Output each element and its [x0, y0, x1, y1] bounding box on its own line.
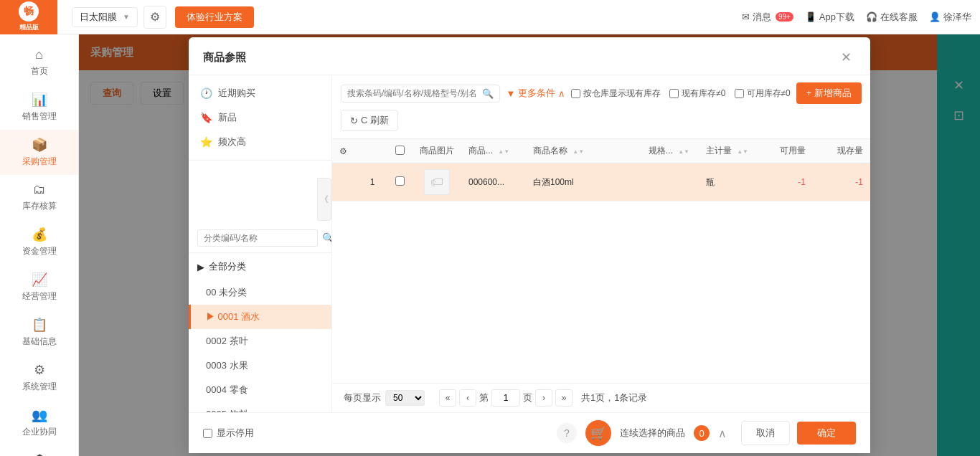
col-product-spec[interactable]: 规格... ▲▼ [641, 139, 699, 163]
col-product-name[interactable]: 商品名称 ▲▼ [526, 139, 641, 163]
quick-item-label: 近期购买 [218, 87, 255, 100]
confirm-button[interactable]: 确定 [797, 422, 856, 445]
product-table: ⚙ 商品图片 [332, 139, 870, 201]
sidebar-item-label: 采购管理 [22, 156, 57, 168]
category-active-label: ▶ 0001 酒水 [206, 311, 260, 322]
col-product-code[interactable]: 商品... ▲▼ [461, 139, 526, 163]
category-item-0001[interactable]: ▶ 0001 酒水 [189, 305, 331, 329]
sales-icon: 📊 [32, 92, 47, 108]
sidebar-item-inventory[interactable]: 🗂 库存核算 [0, 175, 78, 219]
chevron-down-icon: ▼ [123, 13, 130, 21]
company-name: 日太阳膜 [80, 11, 117, 24]
category-item-0005[interactable]: 0005 饮料 [189, 402, 331, 412]
first-page-btn[interactable]: « [439, 389, 456, 407]
col-product-img: 商品图片 [413, 139, 461, 163]
sidebar-item-purchase[interactable]: 📦 采购管理 [0, 130, 78, 175]
filter-btn[interactable]: ▼ 更多条件 ∧ [506, 87, 565, 100]
avail-filter-checkbox[interactable] [735, 89, 744, 98]
table-row[interactable]: 1 🏷 00 [332, 163, 870, 201]
sidebar-item-label: 资金管理 [22, 245, 57, 257]
all-categories-item[interactable]: ▶ 全部分类 [189, 253, 331, 280]
refresh-btn[interactable]: ↻ C 刷新 [341, 110, 398, 131]
show-disabled-checkbox[interactable] [203, 429, 212, 438]
filter-icon: ▼ [506, 88, 515, 99]
sidebar-item-system[interactable]: ⚙ 系统管理 [0, 355, 78, 400]
next-page-btn[interactable]: › [535, 389, 552, 407]
col-product-unit[interactable]: 主计量 ▲▼ [699, 139, 755, 163]
inventory-icon: 🗂 [33, 182, 46, 197]
warehouse-filter-label[interactable]: 按仓库显示现有库存 [571, 87, 661, 100]
sidebar: ⌂ 首页 📊 销售管理 📦 采购管理 🗂 库存核算 💰 资金管理 📈 经营管理 … [0, 34, 79, 456]
refresh-icon: ↻ [350, 115, 358, 126]
sort-code-icon: ▲▼ [498, 148, 509, 155]
sidebar-item-finance[interactable]: 💰 资金管理 [0, 219, 78, 265]
category-item-00[interactable]: 00 未分类 [189, 280, 331, 305]
per-page-select[interactable]: 50 100 200 [385, 390, 425, 406]
add-product-button[interactable]: + 新增商品 [796, 82, 862, 104]
category-item-0003[interactable]: 0003 水果 [189, 353, 331, 378]
last-page-btn[interactable]: » [555, 389, 573, 407]
help-icon[interactable]: ? [557, 423, 577, 443]
row-checkbox[interactable] [395, 176, 405, 186]
select-all-checkbox[interactable] [395, 146, 405, 155]
sidebar-item-operations[interactable]: 📈 经营管理 [0, 265, 78, 310]
page-label: 第 [479, 391, 489, 404]
expand-cart-btn[interactable]: ∧ [718, 427, 727, 440]
col-settings[interactable]: ⚙ [332, 139, 358, 163]
layout: ⌂ 首页 📊 销售管理 📦 采购管理 🗂 库存核算 💰 资金管理 📈 经营管理 … [0, 34, 980, 456]
quick-item-recent[interactable]: 🕐 近期购买 [189, 81, 331, 105]
user-profile[interactable]: 👤 徐泽华 [929, 11, 971, 24]
collapse-panel-btn[interactable]: 《 [317, 178, 331, 221]
category-search-icon[interactable]: 🔍 [322, 232, 332, 244]
navbar-right: ✉ 消息 99 📱 App下载 🎧 在线客服 👤 徐泽华 [742, 11, 971, 24]
cart-btn[interactable]: 🛒 [585, 420, 611, 446]
product-search-input[interactable] [347, 88, 478, 98]
company-selector[interactable]: 日太阳膜 ▼ [72, 7, 138, 27]
modal-header: 商品参照 ✕ [189, 37, 870, 75]
show-disabled-area: 显示停用 [203, 427, 254, 440]
message-btn[interactable]: ✉ 消息 99 [742, 11, 793, 24]
cancel-button[interactable]: 取消 [741, 421, 790, 445]
warehouse-filter-checkbox[interactable] [571, 89, 580, 98]
avatar: 👤 [929, 11, 941, 22]
cart-count: 0 [694, 425, 710, 441]
row-img: 🏷 [413, 163, 461, 201]
quick-item-frequent[interactable]: ⭐ 频次高 [189, 130, 331, 154]
per-page-selector: 每页显示 50 100 200 [344, 390, 425, 406]
prev-page-btn[interactable]: ‹ [459, 389, 476, 407]
row-gear [332, 163, 358, 201]
sidebar-item-corp[interactable]: 👥 企业协同 [0, 400, 78, 445]
sidebar-item-basic-info[interactable]: 📋 基础信息 [0, 310, 78, 355]
sidebar-item-label: 基础信息 [22, 336, 57, 348]
category-item-0002[interactable]: 0002 茶叶 [189, 329, 331, 353]
category-search-input[interactable] [197, 229, 318, 247]
sidebar-item-label: 销售管理 [22, 110, 57, 123]
app-download-btn[interactable]: 📱 App下载 [805, 11, 854, 24]
modal-close-button[interactable]: ✕ [836, 47, 856, 67]
info-icon: 📋 [32, 317, 47, 333]
quick-item-new[interactable]: 🔖 新品 [189, 105, 331, 130]
category-item-0004[interactable]: 0004 零食 [189, 378, 331, 402]
navbar: 畅 精品版 日太阳膜 ▼ ⚙ 体验行业方案 ✉ 消息 99 📱 App下载 🎧 … [0, 0, 980, 34]
stock-filter-checkbox[interactable] [669, 89, 679, 98]
service-btn[interactable]: 🎧 在线客服 [866, 11, 918, 24]
product-table-wrap: ⚙ 商品图片 [332, 139, 870, 383]
product-search-box[interactable]: 🔍 [341, 85, 500, 103]
page-input[interactable] [491, 389, 520, 407]
modal-body: 🕐 近期购买 🔖 新品 ⭐ 频次高 [189, 75, 870, 412]
col-index [358, 139, 387, 163]
modal-left-panel: 🕐 近期购买 🔖 新品 ⭐ 频次高 [189, 75, 332, 412]
stock-filter-label[interactable]: 现有库存≠0 [669, 87, 725, 100]
sidebar-item-sales[interactable]: 📊 销售管理 [0, 85, 78, 130]
avail-filter-label[interactable]: 可用库存≠0 [735, 87, 791, 100]
sidebar-item-guide[interactable]: 🎓 新手引导 [0, 445, 78, 456]
experience-btn[interactable]: 体验行业方案 [175, 6, 254, 28]
row-check[interactable] [387, 163, 413, 201]
clock-icon: 🕐 [200, 87, 212, 99]
finance-icon: 💰 [32, 227, 47, 242]
logo[interactable]: 畅 精品版 [0, 0, 57, 34]
settings-icon[interactable]: ⚙ [143, 6, 166, 29]
row-name: 白酒100ml [526, 163, 641, 201]
sidebar-item-home[interactable]: ⌂ 首页 [0, 40, 78, 85]
modal-title: 商品参照 [203, 51, 246, 65]
